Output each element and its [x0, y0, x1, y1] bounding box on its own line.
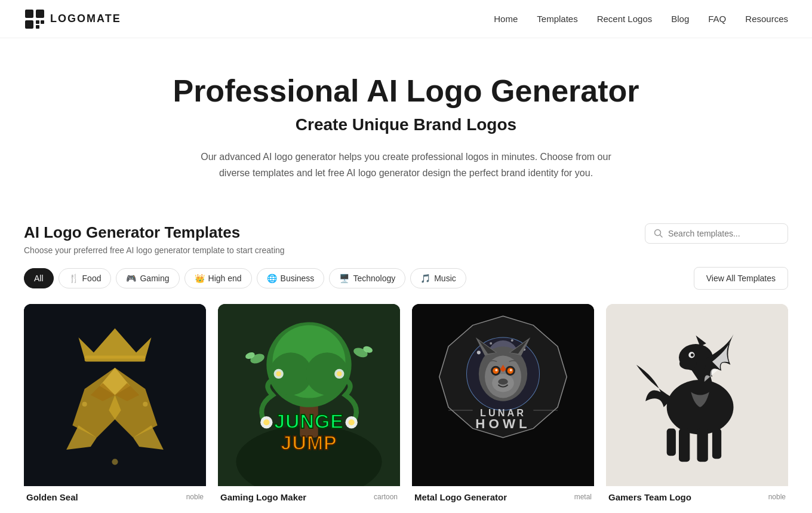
svg-rect-2: [25, 20, 33, 29]
view-all-button[interactable]: View All Templates: [694, 267, 788, 290]
template-card-golden[interactable]: Golden Seal noble: [24, 304, 206, 505]
card-image-gamers: [606, 304, 788, 486]
svg-rect-5: [36, 25, 39, 29]
nav-recent-logos[interactable]: Recent Logos: [597, 14, 653, 24]
svg-point-18: [82, 401, 87, 406]
gaming-logo: JUNGE JUMP: [218, 304, 400, 486]
svg-rect-77: [667, 428, 676, 456]
card-title-metal: Metal Logo Generator: [414, 492, 507, 502]
card-info-gaming: Gaming Logo Maker cartoon: [218, 486, 400, 505]
svg-rect-10: [85, 355, 146, 361]
templates-section: AI Logo Generator Templates Choose your …: [0, 211, 812, 513]
template-card-gamers[interactable]: Gamers Team Logo noble: [606, 304, 788, 505]
card-info-gamers: Gamers Team Logo noble: [606, 486, 788, 505]
filter-music[interactable]: 🎵 Music: [410, 268, 466, 288]
card-tag-gamers: noble: [768, 493, 786, 501]
search-input[interactable]: [668, 229, 779, 238]
filter-technology[interactable]: 🖥️ Technology: [329, 268, 405, 288]
card-tag-golden: noble: [186, 493, 204, 501]
section-header: AI Logo Generator Templates Choose your …: [24, 223, 788, 255]
template-card-metal[interactable]: LUNAR HOWL Metal Logo Generator metal: [412, 304, 594, 505]
hero-subtitle: Create Unique Brand Logos: [24, 115, 788, 134]
card-title-gaming: Gaming Logo Maker: [220, 492, 306, 502]
card-tag-metal: metal: [574, 493, 592, 501]
filter-bar: All 🍴 Food 🎮 Gaming 👑 High end 🌐 Busines…: [24, 267, 788, 290]
technology-icon: 🖥️: [339, 274, 349, 283]
svg-point-35: [337, 371, 342, 376]
template-grid: Golden Seal noble: [24, 304, 788, 505]
card-tag-gaming: cartoon: [374, 493, 398, 501]
nav-home[interactable]: Home: [494, 14, 518, 24]
card-image-gaming: JUNGE JUMP: [218, 304, 400, 486]
svg-point-33: [276, 371, 281, 376]
svg-text:HOWL: HOWL: [475, 416, 531, 431]
filter-business[interactable]: 🌐 Business: [257, 268, 325, 288]
svg-rect-3: [36, 20, 39, 24]
hero-section: Professional AI Logo Generator Create Un…: [0, 38, 812, 211]
svg-point-61: [495, 368, 497, 371]
nav-templates[interactable]: Templates: [537, 14, 577, 24]
svg-point-31: [349, 419, 355, 425]
nav-resources[interactable]: Resources: [745, 14, 788, 24]
hero-description: Our advanced AI logo generator helps you…: [191, 149, 621, 181]
svg-point-80: [691, 353, 694, 356]
nav-blog[interactable]: Blog: [671, 14, 689, 24]
svg-rect-4: [41, 20, 44, 24]
svg-point-20: [112, 459, 118, 465]
svg-point-62: [510, 368, 512, 371]
business-icon: 🌐: [267, 274, 277, 283]
card-title-gamers: Gamers Team Logo: [608, 492, 691, 502]
template-card-gaming[interactable]: JUNGE JUMP Gaming Logo Maker cartoon: [218, 304, 400, 505]
logo[interactable]: LOGOMATE: [24, 8, 121, 30]
svg-rect-75: [697, 428, 708, 462]
svg-point-48: [511, 339, 513, 342]
filter-highend[interactable]: 👑 High end: [184, 268, 252, 288]
svg-text:JUMP: JUMP: [281, 432, 337, 454]
search-box[interactable]: [645, 223, 788, 244]
nav-faq[interactable]: FAQ: [708, 14, 726, 24]
gaming-icon: 🎮: [126, 274, 136, 283]
section-title-block: AI Logo Generator Templates Choose your …: [24, 223, 285, 255]
svg-rect-1: [36, 10, 44, 18]
music-icon: 🎵: [420, 274, 430, 283]
highend-icon: 👑: [195, 274, 205, 283]
logo-icon: [24, 8, 45, 30]
card-image-metal: LUNAR HOWL: [412, 304, 594, 486]
svg-point-49: [490, 342, 492, 345]
svg-point-73: [679, 357, 696, 369]
svg-point-29: [263, 419, 269, 425]
svg-rect-76: [712, 428, 721, 459]
svg-point-46: [477, 351, 481, 354]
svg-rect-74: [679, 428, 690, 462]
card-info-golden: Golden Seal noble: [24, 486, 206, 505]
metal-logo: LUNAR HOWL: [412, 304, 594, 486]
nav-links: Home Templates Recent Logos Blog FAQ Res…: [494, 14, 788, 24]
navbar: LOGOMATE Home Templates Recent Logos Blo…: [0, 0, 812, 38]
logo-text: LOGOMATE: [50, 13, 121, 25]
card-info-metal: Metal Logo Generator metal: [412, 486, 594, 505]
svg-line-7: [660, 235, 663, 237]
gamers-team-logo: [606, 304, 788, 486]
card-title-golden: Golden Seal: [26, 492, 78, 502]
svg-rect-0: [25, 10, 33, 18]
svg-point-64: [498, 379, 508, 385]
filter-all[interactable]: All: [24, 268, 54, 288]
golden-seal-logo: [24, 304, 206, 486]
section-title: AI Logo Generator Templates: [24, 223, 285, 242]
card-image-golden: [24, 304, 206, 486]
filter-gaming[interactable]: 🎮 Gaming: [116, 268, 179, 288]
section-subtitle: Choose your preferred free AI logo gener…: [24, 245, 285, 255]
svg-text:JUNGE: JUNGE: [274, 411, 344, 432]
hero-title: Professional AI Logo Generator: [24, 74, 788, 108]
food-icon: 🍴: [69, 274, 79, 283]
search-icon: [654, 229, 663, 238]
filter-food[interactable]: 🍴 Food: [59, 268, 112, 288]
svg-point-19: [143, 401, 147, 406]
